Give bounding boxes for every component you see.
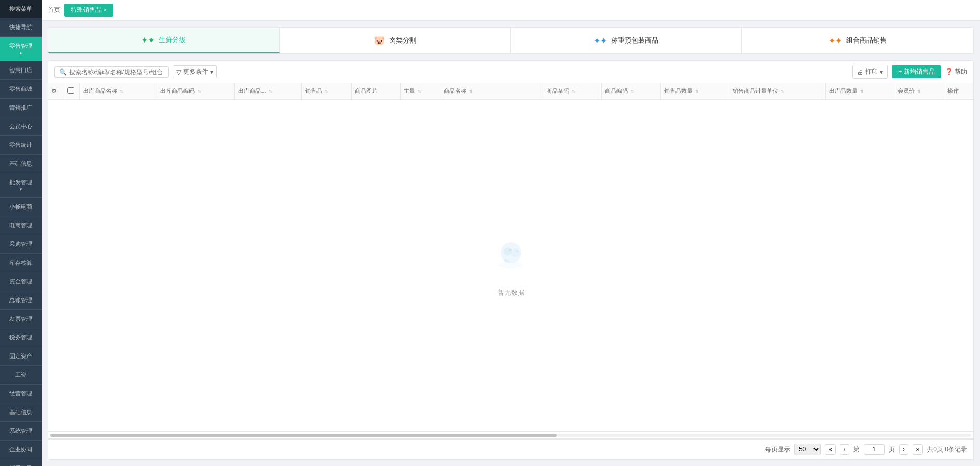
toolbar-left: 🔍 ▽ 更多条件 ▾ [54,65,217,78]
help-button[interactable]: ❓ 帮助 [945,67,967,76]
col-goods-name[interactable]: 商品名称 ⇅ [440,83,543,100]
sort-icon5: ⇅ [418,89,421,94]
topbar: 首页 特殊销售品 × [42,0,980,21]
category-tab-meat-cut[interactable]: 🐷 肉类分割 [280,28,511,53]
topbar-tab-label: 特殊销售品 [71,6,102,15]
sidebar-item-tax-mgmt[interactable]: 税务管理 [0,328,42,347]
sidebar-item-retail-mgmt[interactable]: 零售管理 ▲ [0,37,42,61]
sidebar-item-retail-stats[interactable]: 零售统计 [0,136,42,155]
empty-illustration [490,234,532,276]
toolbar: 🔍 ▽ 更多条件 ▾ 🖨 打印 ▾ + 新增销售品 [48,60,974,83]
meat-cut-icon: 🐷 [374,35,385,46]
sort-icon12: ⇅ [917,89,921,94]
sidebar-item-retail-mall[interactable]: 零售商城 [0,80,42,99]
category-tab-fresh-grade[interactable]: ✦✦ 生鲜分级 [48,28,280,53]
topbar-active-tab[interactable]: 特殊销售品 × [64,4,113,17]
print-icon: 🖨 [857,68,863,76]
filter-arrow-icon: ▾ [210,68,213,76]
col-out-goods-name[interactable]: 出库商品名称 ⇅ [79,83,157,100]
toolbar-right: 🖨 打印 ▾ + 新增销售品 ❓ 帮助 [852,65,967,79]
col-out-qty[interactable]: 出库品数量 ⇅ [826,83,894,100]
sidebar-item-capital-mgmt[interactable]: 资金管理 [0,272,42,291]
sidebar-item-mini-ecom[interactable]: 小畅电商 [0,198,42,216]
main-area: 首页 特殊销售品 × ✦✦ 生鲜分级 🐷 肉类分割 ✦✦ 称重预包装商品 ✦✦ … [42,0,980,466]
per-page-select[interactable]: 50 10 20 100 [794,444,821,455]
sidebar-item-inventory[interactable]: 库存核算 [0,254,42,272]
col-out-goods-detail[interactable]: 出库商品... ⇅ [235,83,302,100]
page-number-input[interactable] [864,444,885,455]
sidebar-item-purchase-mgmt[interactable]: 采购管理 [0,235,42,254]
search-input[interactable] [69,68,162,76]
scrollbar-thumb[interactable] [50,434,557,437]
fresh-grade-icon: ✦✦ [141,35,155,45]
col-checkbox[interactable] [64,83,79,100]
svg-point-3 [509,249,512,251]
sidebar-item-quick-nav[interactable]: 快捷导航 [0,18,42,37]
help-icon: ❓ [945,68,953,75]
sort-icon11: ⇅ [860,89,864,94]
sidebar-item-ecom-mgmt[interactable]: 电商管理 [0,216,42,235]
col-main-weight[interactable]: 主量 ⇅ [400,83,440,100]
weight-package-label: 称重预包装商品 [611,36,658,45]
col-goods-code[interactable]: 商品编码 ⇅ [602,83,661,100]
sort-icon8: ⇅ [631,89,634,94]
prev-page-button[interactable]: ‹ [840,444,849,455]
sidebar-item-sales-promo[interactable]: 营销推广 [0,99,42,117]
new-sales-goods-button[interactable]: + 新增销售品 [892,65,941,78]
search-box[interactable]: 🔍 [54,66,169,78]
print-button[interactable]: 🖨 打印 ▾ [852,65,888,79]
sort-icon: ⇅ [120,89,123,94]
sort-icon2: ⇅ [198,89,201,94]
col-sales-unit[interactable]: 销售商品计量单位 ⇅ [729,83,825,100]
table-header-row: ⚙ 出库商品名称 ⇅ 出库商品编码 ⇅ [48,83,973,100]
new-label: + 新增销售品 [898,67,934,76]
search-icon: 🔍 [59,68,67,76]
sidebar-item-new-guide[interactable]: 新手引导 [0,459,42,466]
col-sales-goods[interactable]: 销售品 ⇅ [302,83,352,100]
sidebar-item-basic-info2[interactable]: 基础信息 [0,403,42,422]
category-tab-weight-package[interactable]: ✦✦ 称重预包装商品 [511,28,742,53]
sidebar-item-ops-mgmt[interactable]: 经营管理 [0,385,42,403]
col-member-price[interactable]: 会员价 ⇅ [894,83,944,100]
sidebar-item-basic-info[interactable]: 基础信息 [0,155,42,173]
category-tab-combo-goods[interactable]: ✦✦ 组合商品销售 [742,28,973,53]
sort-icon10: ⇅ [781,89,784,94]
col-out-goods-code[interactable]: 出库商品编码 ⇅ [157,83,235,100]
sidebar-item-member-center[interactable]: 会员中心 [0,117,42,136]
sort-icon4: ⇅ [325,89,328,94]
sidebar-item-sys-mgmt[interactable]: 系统管理 [0,422,42,441]
svg-point-2 [503,247,512,255]
topbar-home-link[interactable]: 首页 [48,6,60,15]
col-goods-barcode[interactable]: 商品条码 ⇅ [543,83,602,100]
col-settings[interactable]: ⚙ [48,83,64,100]
col-sales-qty[interactable]: 销售品数量 ⇅ [661,83,729,100]
sort-icon3: ⇅ [269,89,272,94]
page-suffix-label: 页 [889,445,895,454]
horizontal-scrollbar[interactable] [48,432,974,439]
col-settings-icon: ⚙ [51,88,57,94]
empty-text: 暂无数据 [498,288,524,297]
col-action: 操作 [944,83,973,100]
last-page-button[interactable]: » [913,444,923,455]
filter-label: 更多条件 [183,67,208,76]
combo-goods-icon: ✦✦ [829,36,842,46]
next-page-button[interactable]: › [899,444,908,455]
sidebar-logo[interactable]: 搜索菜单 [0,0,42,18]
sidebar-item-batch-mgmt[interactable]: 批发管理 ▼ [0,173,42,198]
filter-button[interactable]: ▽ 更多条件 ▾ [173,65,217,78]
pagination: 每页显示 50 10 20 100 « ‹ 第 页 › » 共0页 0条记录 [48,439,974,460]
empty-icon [490,234,532,283]
sidebar-item-enterprise[interactable]: 企业协同 [0,441,42,459]
col-goods-image[interactable]: 商品图片 [351,83,400,100]
sidebar-item-fixed-assets[interactable]: 固定资产 [0,347,42,366]
help-label: 帮助 [955,68,967,75]
content-area: ✦✦ 生鲜分级 🐷 肉类分割 ✦✦ 称重预包装商品 ✦✦ 组合商品销售 🔍 [42,21,980,466]
select-all-checkbox[interactable] [67,87,74,94]
sidebar-item-general-ledger[interactable]: 总账管理 [0,291,42,310]
first-page-button[interactable]: « [825,444,836,455]
sidebar-item-hr[interactable]: 工资 [0,366,42,385]
sidebar-item-invoice-mgmt[interactable]: 发票管理 [0,310,42,328]
page-prefix-label: 第 [853,445,860,454]
sidebar-item-smart-store[interactable]: 智慧门店 [0,61,42,80]
topbar-tab-close-icon[interactable]: × [104,7,107,13]
